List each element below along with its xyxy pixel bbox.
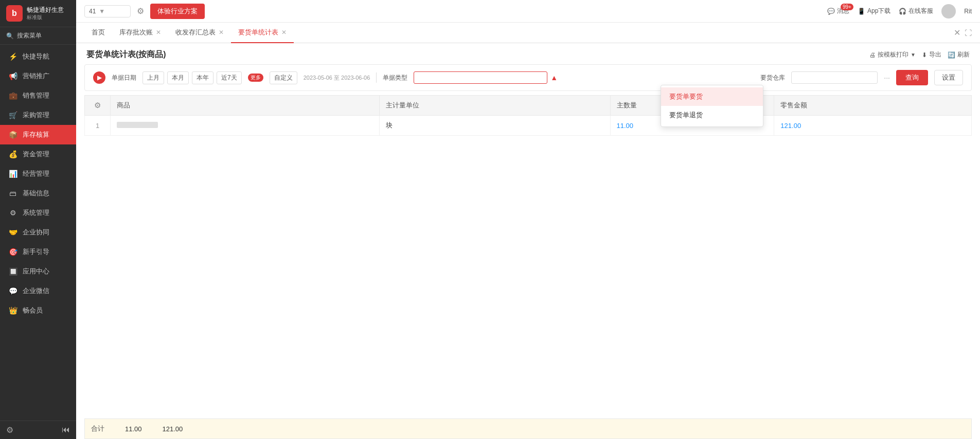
dropdown-item-yaohuo-order[interactable]: 要货单要货 bbox=[661, 87, 763, 106]
sidebar-item-qiye[interactable]: 🤝企业协同 bbox=[0, 223, 76, 242]
tab-label-shoufasong: 收发存汇总表 bbox=[175, 28, 216, 37]
nav-icon-kucun: 📦 bbox=[7, 131, 19, 139]
export-btn[interactable]: ⬇ 导出 bbox=[922, 50, 941, 59]
sidebar-item-caigou[interactable]: 🛒采购管理 bbox=[0, 105, 76, 125]
tab-kucun-pizhang[interactable]: 库存批次账✕ bbox=[112, 23, 168, 43]
sidebar-item-jichu[interactable]: 🗃基础信息 bbox=[0, 184, 76, 203]
topbar: 41 ▼ ⚙ 体验行业方案 💬 消息 99+ 📱 App下载 🎧 在线客服 Ri… bbox=[76, 0, 980, 23]
nav-icon-jichu: 🗃 bbox=[7, 189, 19, 197]
warehouse-input[interactable] bbox=[791, 71, 878, 84]
dropdown-item-yaohuo-return[interactable]: 要货单退货 bbox=[661, 106, 763, 124]
print-chevron-icon: ▼ bbox=[911, 52, 916, 58]
export-label: 导出 bbox=[929, 50, 941, 59]
sidebar-item-xinshou[interactable]: 🎯新手引导 bbox=[0, 242, 76, 262]
date-btn-本月[interactable]: 本月 bbox=[167, 71, 189, 84]
sidebar-item-kucun[interactable]: 📦库存核算 bbox=[0, 125, 76, 144]
sidebar-item-yingyong[interactable]: 🔲应用中心 bbox=[0, 262, 76, 281]
sidebar-nav: ⚡快捷导航📢营销推广💼销售管理🛒采购管理📦库存核算💰资金管理📊经营管理🗃基础信息… bbox=[0, 45, 76, 420]
tab-home[interactable]: 首页 bbox=[84, 23, 112, 43]
page-header: 要货单统计表(按商品) 🖨 按模板打印 ▼ ⬇ 导出 🔄 刷新 bbox=[76, 43, 980, 64]
sidebar-search[interactable]: 🔍 搜索菜单 bbox=[0, 27, 76, 45]
collapse-icon[interactable]: ⏮ bbox=[62, 425, 70, 435]
messages-btn[interactable]: 💬 消息 99+ bbox=[827, 7, 849, 15]
tab-yaohuo-tongji[interactable]: 要货单统计表✕ bbox=[231, 23, 294, 43]
nav-label-jingying: 经营管理 bbox=[23, 169, 49, 178]
more-badge[interactable]: 更多 bbox=[248, 74, 263, 82]
message-icon: 💬 bbox=[827, 8, 835, 15]
messages-badge: 99+ bbox=[841, 4, 853, 10]
warehouse-more-icon[interactable]: ··· bbox=[884, 74, 890, 82]
date-label: 单据日期 bbox=[112, 74, 136, 82]
service-icon: 🎧 bbox=[899, 8, 906, 15]
username-label: Rit bbox=[964, 8, 972, 15]
trial-btn[interactable]: 体验行业方案 bbox=[150, 4, 205, 19]
brand-name: 畅捷通好生意 bbox=[27, 6, 64, 14]
sidebar: b 畅捷通好生意 标准版 🔍 搜索菜单 ⚡快捷导航📢营销推广💼销售管理🛒采购管理… bbox=[0, 0, 76, 439]
table-col-零售金额: 零售金额 bbox=[774, 96, 972, 116]
tab-close-shoufasong[interactable]: ✕ bbox=[219, 29, 224, 35]
brand-icon: b bbox=[6, 5, 23, 22]
service-btn[interactable]: 🎧 在线客服 bbox=[899, 7, 933, 15]
type-input[interactable] bbox=[414, 71, 547, 84]
nav-label-yingxiao: 营销推广 bbox=[23, 71, 49, 81]
tab-label-kucun-pizhang: 库存批次账 bbox=[119, 28, 153, 37]
date-btn-近7天[interactable]: 近7天 bbox=[217, 71, 242, 84]
custom-date-btn[interactable]: 自定义 bbox=[270, 71, 297, 84]
sidebar-item-zijin[interactable]: 💰资金管理 bbox=[0, 144, 76, 164]
export-icon: ⬇ bbox=[922, 51, 927, 59]
service-label: 在线客服 bbox=[908, 7, 933, 15]
sidebar-item-weixin[interactable]: 💬企业微信 bbox=[0, 281, 76, 301]
nav-label-kuaijie: 快捷导航 bbox=[23, 52, 49, 61]
sidebar-item-huiyuan[interactable]: 👑畅会员 bbox=[0, 301, 76, 320]
nav-icon-qiye: 🤝 bbox=[7, 228, 19, 236]
row-unit: 块 bbox=[380, 116, 610, 136]
sidebar-item-kuaijie[interactable]: ⚡快捷导航 bbox=[0, 47, 76, 66]
brand-sub: 标准版 bbox=[27, 14, 64, 21]
tab-close-yaohuo-tongji[interactable]: ✕ bbox=[281, 29, 287, 35]
sidebar-item-jingying[interactable]: 📊经营管理 bbox=[0, 164, 76, 184]
query-btn[interactable]: 查询 bbox=[896, 70, 928, 85]
topbar-select[interactable]: 41 ▼ bbox=[84, 5, 131, 17]
date-btn-本年[interactable]: 本年 bbox=[192, 71, 213, 84]
nav-icon-weixin: 💬 bbox=[7, 287, 19, 295]
footer-quantity: 11.00 bbox=[125, 425, 142, 433]
filter-expand-btn[interactable]: ▶ bbox=[93, 71, 105, 84]
footer-label: 合计 bbox=[91, 424, 104, 433]
sidebar-bottom: ⚙ ⏮ bbox=[0, 420, 76, 439]
sidebar-item-yingxiao[interactable]: 📢营销推广 bbox=[0, 66, 76, 86]
filter-row: ▶ 单据日期 上月本月本年近7天 更多 自定义 2023-05-06 至 202… bbox=[84, 64, 972, 91]
refresh-btn[interactable]: 🔄 刷新 bbox=[948, 50, 970, 59]
settings-icon[interactable]: ⚙ bbox=[94, 101, 101, 109]
sidebar-item-xiaoshou[interactable]: 💼销售管理 bbox=[0, 86, 76, 105]
date-btn-上月[interactable]: 上月 bbox=[142, 71, 164, 84]
setting-btn[interactable]: 设置 bbox=[934, 70, 963, 85]
chevron-up-icon[interactable]: ▲ bbox=[550, 74, 558, 82]
tab-shoufasong[interactable]: 收发存汇总表✕ bbox=[168, 23, 231, 43]
nav-label-weixin: 企业微信 bbox=[23, 286, 49, 296]
filter-separator bbox=[376, 72, 377, 83]
nav-icon-yingyong: 🔲 bbox=[7, 267, 19, 276]
date-range: 2023-05-06 至 2023-06-06 bbox=[304, 74, 370, 82]
topbar-select-text: 41 bbox=[89, 8, 96, 15]
page-header-actions: 🖨 按模板打印 ▼ ⬇ 导出 🔄 刷新 bbox=[869, 50, 970, 59]
expand-tabs-icon[interactable]: ⛶ bbox=[965, 29, 972, 37]
search-icon: 🔍 bbox=[6, 32, 14, 40]
close-all-tabs-icon[interactable]: ✕ bbox=[954, 28, 960, 38]
nav-label-kucun: 库存核算 bbox=[23, 130, 49, 139]
brand-text: 畅捷通好生意 标准版 bbox=[27, 6, 64, 21]
tab-close-kucun-pizhang[interactable]: ✕ bbox=[156, 29, 161, 35]
table-col-商品: 商品 bbox=[111, 96, 380, 116]
chevron-down-icon: ▼ bbox=[99, 8, 105, 15]
nav-label-caigou: 采购管理 bbox=[23, 111, 49, 120]
settings-icon[interactable]: ⚙ bbox=[6, 425, 13, 435]
app-icon: 📱 bbox=[858, 8, 865, 15]
print-btn[interactable]: 🖨 按模板打印 ▼ bbox=[869, 50, 916, 59]
nav-label-xitong: 系统管理 bbox=[23, 208, 49, 217]
refresh-label: 刷新 bbox=[957, 50, 970, 59]
app-download-btn[interactable]: 📱 App下载 bbox=[858, 7, 890, 15]
topbar-gear-icon[interactable]: ⚙ bbox=[137, 6, 144, 16]
page-content: 要货单统计表(按商品) 🖨 按模板打印 ▼ ⬇ 导出 🔄 刷新 ▶ bbox=[76, 43, 980, 439]
type-label: 单据类型 bbox=[383, 74, 407, 82]
sidebar-item-xitong[interactable]: ⚙系统管理 bbox=[0, 203, 76, 223]
data-table: ⚙商品主计量单位主数量零售金额 1 块 11.00 121.00 bbox=[84, 95, 972, 136]
